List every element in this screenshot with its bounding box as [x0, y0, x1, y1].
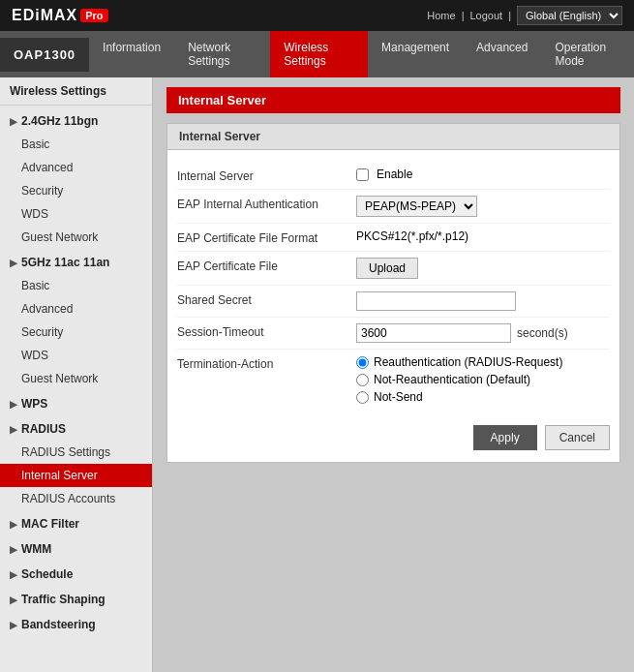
arrow-icon-schedule: ▶ — [10, 569, 17, 580]
termination-label: Termination-Action — [177, 355, 356, 371]
internal-server-control: Enable — [356, 168, 610, 181]
nav-item-wireless-settings[interactable]: Wireless Settings — [270, 31, 368, 77]
sidebar-section-24ghz[interactable]: ▶ 2.4GHz 11bgn — [0, 107, 152, 133]
logo-pro: Pro — [80, 9, 107, 22]
eap-cert-format-label: EAP Certificate File Format — [177, 229, 356, 245]
sidebar-item-radius-settings[interactable]: RADIUS Settings — [0, 441, 152, 464]
sidebar-section-schedule[interactable]: ▶ Schedule — [0, 561, 152, 586]
sidebar-section-mac-label: MAC Filter — [21, 517, 79, 531]
nav-brand: OAP1300 — [0, 38, 89, 72]
sidebar-item-wds-5[interactable]: WDS — [0, 344, 152, 367]
termination-radio-group: Reauthentication (RADIUS-Request) Not-Re… — [356, 355, 610, 404]
section-header: Internal Server — [167, 124, 619, 150]
arrow-icon-mac: ▶ — [10, 519, 17, 530]
arrow-icon-wps: ▶ — [10, 399, 17, 410]
sidebar-item-security-5[interactable]: Security — [0, 321, 152, 344]
arrow-icon-wmm: ▶ — [10, 544, 17, 555]
sidebar-section-schedule-label: Schedule — [21, 567, 73, 581]
termination-row: Termination-Action Reauthentication (RAD… — [177, 350, 610, 410]
content-area: Internal Server Internal Server Internal… — [153, 77, 634, 672]
radio-not-reauthentication-label[interactable]: Not-Reauthentication (Default) — [356, 373, 610, 386]
logo: EDiMAX Pro — [12, 7, 108, 24]
nav-bar: OAP1300 Information Network Settings Wir… — [0, 31, 634, 77]
eap-auth-row: EAP Internal Authentication PEAP(MS-PEAP… — [177, 190, 610, 224]
internal-server-label: Internal Server — [177, 168, 356, 183]
sidebar-item-basic-5[interactable]: Basic — [0, 274, 152, 297]
sidebar: Wireless Settings ▶ 2.4GHz 11bgn Basic A… — [0, 77, 153, 672]
cancel-button[interactable]: Cancel — [545, 425, 610, 450]
sidebar-item-wds-24[interactable]: WDS — [0, 202, 152, 226]
session-timeout-row: Session-Timeout second(s) — [177, 318, 610, 350]
nav-item-network-settings[interactable]: Network Settings — [174, 31, 270, 77]
nav-item-advanced[interactable]: Advanced — [463, 31, 541, 77]
termination-control: Reauthentication (RADIUS-Request) Not-Re… — [356, 355, 610, 404]
apply-button[interactable]: Apply — [473, 425, 537, 450]
sidebar-section-traffic-label: Traffic Shaping — [21, 593, 106, 606]
sidebar-title: Wireless Settings — [0, 77, 152, 103]
sidebar-item-advanced-24[interactable]: Advanced — [0, 156, 152, 179]
arrow-icon-band: ▶ — [10, 620, 17, 630]
sidebar-item-security-24[interactable]: Security — [0, 179, 152, 202]
eap-auth-label: EAP Internal Authentication — [177, 196, 356, 211]
logo-edimax: EDiMAX — [12, 7, 77, 24]
eap-cert-file-row: EAP Certificate File Upload — [177, 252, 610, 286]
session-timeout-input[interactable] — [356, 323, 511, 343]
sidebar-section-5ghz[interactable]: ▶ 5GHz 11ac 11an — [0, 249, 152, 274]
sidebar-section-5ghz-label: 5GHz 11ac 11an — [21, 256, 109, 269]
sidebar-item-internal-server[interactable]: Internal Server — [0, 464, 152, 487]
sidebar-item-basic-24[interactable]: Basic — [0, 133, 152, 156]
radio-reauthentication-text: Reauthentication (RADIUS-Request) — [374, 355, 562, 369]
region-select[interactable]: Global (English) — [517, 6, 622, 25]
arrow-icon-traffic: ▶ — [10, 595, 17, 605]
sidebar-section-mac-filter[interactable]: ▶ MAC Filter — [0, 510, 152, 535]
sidebar-section-bandsteering[interactable]: ▶ Bandsteering — [0, 611, 152, 636]
sidebar-item-advanced-5[interactable]: Advanced — [0, 297, 152, 321]
sidebar-section-traffic-shaping[interactable]: ▶ Traffic Shaping — [0, 586, 152, 611]
nav-item-information[interactable]: Information — [89, 31, 174, 77]
top-links: Home | Logout | Global (English) — [427, 6, 622, 25]
main-layout: Wireless Settings ▶ 2.4GHz 11bgn Basic A… — [0, 77, 634, 672]
home-link[interactable]: Home — [427, 10, 455, 21]
eap-cert-file-label: EAP Certificate File — [177, 258, 356, 273]
session-timeout-control: second(s) — [356, 323, 610, 343]
sidebar-item-guest-5[interactable]: Guest Network — [0, 367, 152, 390]
shared-secret-input[interactable] — [356, 291, 516, 311]
section-body: Internal Server Enable EAP Internal Auth… — [167, 150, 619, 462]
radio-not-send-text: Not-Send — [374, 390, 423, 404]
radio-not-reauthentication[interactable] — [356, 374, 369, 386]
session-unit: second(s) — [517, 326, 568, 340]
nav-item-management[interactable]: Management — [368, 31, 463, 77]
nav-item-operation-mode[interactable]: Operation Mode — [541, 31, 634, 77]
internal-server-row: Internal Server Enable — [177, 162, 610, 190]
button-row: Apply Cancel — [177, 425, 610, 450]
radio-not-send-label[interactable]: Not-Send — [356, 390, 610, 404]
sidebar-section-radius[interactable]: ▶ RADIUS — [0, 415, 152, 441]
arrow-icon-radius: ▶ — [10, 424, 17, 435]
arrow-icon-5g: ▶ — [10, 258, 17, 268]
radio-reauthentication-label[interactable]: Reauthentication (RADIUS-Request) — [356, 355, 610, 369]
radio-reauthentication[interactable] — [356, 356, 369, 369]
logout-link[interactable]: Logout — [469, 10, 502, 21]
arrow-icon: ▶ — [10, 116, 17, 127]
sidebar-item-radius-accounts[interactable]: RADIUS Accounts — [0, 487, 152, 510]
radio-not-send[interactable] — [356, 391, 369, 404]
shared-secret-label: Shared Secret — [177, 291, 356, 307]
enable-label[interactable]: Enable — [356, 168, 610, 181]
internal-server-section: Internal Server Internal Server Enable E… — [166, 123, 620, 463]
session-timeout-label: Session-Timeout — [177, 323, 356, 339]
sidebar-section-24ghz-label: 2.4GHz 11bgn — [21, 114, 98, 128]
upload-button[interactable]: Upload — [356, 258, 418, 279]
sidebar-section-wmm-label: WMM — [21, 542, 51, 556]
sidebar-section-radius-label: RADIUS — [21, 422, 66, 436]
session-row: second(s) — [356, 323, 610, 343]
page-title: Internal Server — [166, 87, 620, 113]
shared-secret-control — [356, 291, 610, 311]
eap-cert-file-control: Upload — [356, 258, 610, 279]
sidebar-section-wmm[interactable]: ▶ WMM — [0, 535, 152, 561]
radio-not-reauthentication-text: Not-Reauthentication (Default) — [374, 373, 530, 386]
eap-cert-format-value: PKCS#12(*.pfx/*.p12) — [356, 229, 610, 243]
eap-auth-select[interactable]: PEAP(MS-PEAP) — [356, 196, 477, 217]
enable-checkbox[interactable] — [356, 168, 369, 181]
sidebar-section-wps[interactable]: ▶ WPS — [0, 390, 152, 415]
sidebar-item-guest-24[interactable]: Guest Network — [0, 226, 152, 249]
